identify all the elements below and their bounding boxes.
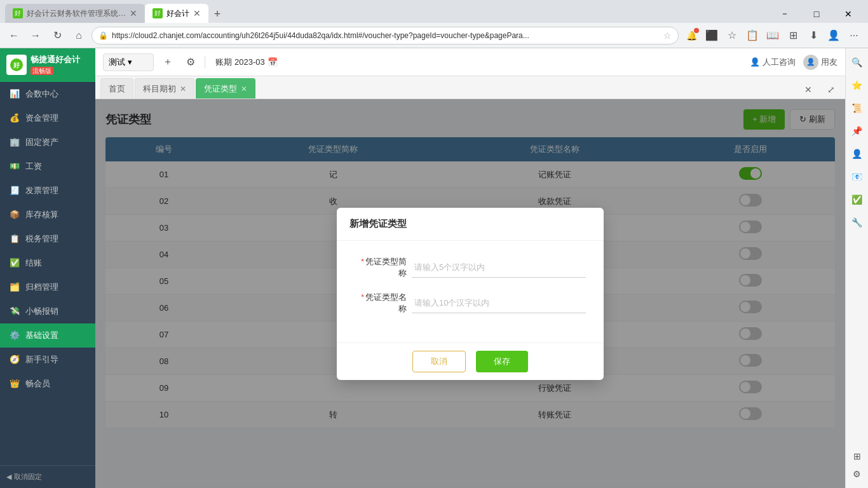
browser-actions: 🔔 ⬛ ☆ 📋 📖 ⊞ ⬇ 👤 ··· [682,27,863,44]
sidebar-item-checkout[interactable]: ✅ 结账 [0,251,95,275]
page-content: 凭证类型 + 新增 ↻ 刷新 编号 凭证类型简称 凭证类型名称 是否启用 [95,99,845,488]
right-tools-button[interactable]: 🔧 [848,214,866,231]
right-todo-button[interactable]: ✅ [848,191,866,208]
sidebar-item-label-capital: 资金管理 [25,112,58,124]
tab-subject-label: 科目期初 [143,83,176,95]
browser-tab-2[interactable]: 好 好会计 ✕ [145,4,208,23]
cancel-button[interactable]: 取消 [412,351,466,372]
name-label: 凭证类型名称 [355,292,412,315]
minimize-button[interactable]: － [770,5,799,23]
right-search-button[interactable]: 🔍 [848,53,866,71]
save-button[interactable]: 保存 [476,351,528,372]
right-history-button[interactable]: 📜 [848,99,866,117]
user-avatar: 👤 [803,55,818,70]
sidebar-item-expense[interactable]: 💸 小畅报销 [0,299,95,323]
sidebar-item-inventory[interactable]: 📦 库存核算 [0,203,95,227]
cancel-pin-button[interactable]: ◀ 取消固定 [6,472,89,482]
right-grid-button[interactable]: ⊞ [848,447,866,465]
sidebar-item-new-guide[interactable]: 🧭 新手引导 [0,348,95,372]
toolbar-divider-1 [205,56,205,69]
add-workspace-button[interactable]: ＋ [159,53,177,71]
reading-button[interactable]: ⊞ [784,27,802,44]
support-button[interactable]: 👤 人工咨询 [750,57,796,68]
basic-settings-icon: ⚙️ [9,330,20,341]
home-button[interactable]: ⌂ [70,27,88,44]
extensions-button[interactable]: 🔔 [682,27,700,44]
profile-button[interactable]: 👤 [825,27,843,44]
sidebar-item-fixed-assets[interactable]: 🏢 固定资产 [0,130,95,154]
right-settings-button[interactable]: ⚙ [848,465,866,483]
sidebar-item-invoice[interactable]: 🧾 发票管理 [0,179,95,203]
tab2-close[interactable]: ✕ [193,9,201,18]
sidebar-item-archive[interactable]: 🗂️ 归档管理 [0,275,95,299]
sidebar-item-tax[interactable]: 📋 税务管理 [0,227,95,251]
tab-voucher-type[interactable]: 凭证类型 ✕ [196,78,255,98]
tab-home-label: 首页 [109,83,125,95]
tab-voucher-type-close[interactable]: ✕ [241,85,247,93]
sidebar-item-label-fixed-assets: 固定资产 [25,137,58,148]
browser-chrome: 好 好会计云财务软件管理系统_会计 ✕ 好 好会计 ✕ + － □ ✕ ← → … [0,0,868,48]
sidebar-item-dashboard[interactable]: 📊 会数中心 [0,82,95,106]
dialog-overlay: 新增凭证类型 凭证类型简称 凭证类型名称 取消 [95,99,845,488]
downloads-button[interactable]: ⬇ [804,27,822,44]
browser-tab-1[interactable]: 好 好会计云财务软件管理系统_会计 ✕ [5,4,145,23]
tab-fullscreen-button[interactable]: ⤢ [822,81,840,98]
right-outlook-button[interactable]: 📧 [848,168,866,186]
tab1-title: 好会计云财务软件管理系统_会计 [27,8,126,19]
forward-button[interactable]: → [27,27,44,44]
sidebar-item-label-invoice: 发票管理 [25,185,58,196]
short-input[interactable] [412,257,586,278]
tab1-favicon: 好 [13,8,23,18]
right-profile-button[interactable]: 👤 [848,145,866,163]
tab1-close[interactable]: ✕ [130,9,137,18]
support-label: 人工咨询 [763,57,796,68]
workspace-selector[interactable]: 测试 ▾ [103,53,154,71]
form-row-short: 凭证类型简称 [355,256,586,279]
right-favorites-button[interactable]: ⭐ [848,76,866,94]
maximize-button[interactable]: □ [802,5,831,23]
star-icon[interactable]: ☆ [663,30,672,41]
tax-icon: 📋 [9,233,20,245]
sidebar-item-label-new-guide: 新手引导 [25,354,58,365]
form-row-name: 凭证类型名称 [355,292,586,315]
capital-icon: 💰 [9,112,20,124]
collections-button[interactable]: 📋 [743,27,761,44]
inventory-icon: 📦 [9,209,20,220]
right-panel-bottom: ⊞ ⚙ [848,447,866,483]
dialog-title: 新增凭证类型 [349,218,407,230]
settings-button[interactable]: ⚙ [182,53,200,71]
fixed-assets-icon: 🏢 [9,137,20,148]
calendar-icon[interactable]: 📅 [268,57,278,67]
dialog-footer: 取消 保存 [337,342,604,380]
expense-icon: 💸 [9,306,20,317]
reload-button[interactable]: ↻ [48,27,66,44]
back-button[interactable]: ← [5,27,23,44]
more-button[interactable]: ··· [845,27,863,44]
period-value: 2023-03 [234,57,265,67]
logo-text-group: 畅捷通好会计 流畅版 [31,55,80,76]
url-text: https://cloud2.chanjet.com/accounting/uh… [112,31,660,40]
right-collections-button[interactable]: 📌 [848,122,866,140]
sidebar-item-label-payroll: 工资 [25,161,42,172]
tab-subject-close[interactable]: ✕ [180,85,186,93]
name-input[interactable] [412,293,586,313]
url-bar[interactable]: 🔒 https://cloud2.chanjet.com/accounting/… [92,27,679,44]
favs-button[interactable]: ☆ [723,27,741,44]
sidebar-item-basic-settings[interactable]: ⚙️ 基础设置 [0,323,95,348]
addon-button[interactable]: ⬛ [703,27,721,44]
immersive-button[interactable]: 📖 [764,27,782,44]
sidebar-item-payroll[interactable]: 💵 工资 [0,154,95,179]
dropdown-icon: ▾ [128,57,132,67]
sidebar-item-capital[interactable]: 💰 资金管理 [0,106,95,130]
tab-subject[interactable]: 科目期初 ✕ [135,78,194,98]
tab-home[interactable]: 首页 [100,78,133,98]
new-guide-icon: 🧭 [9,354,20,365]
user-info[interactable]: 👤 用友 [803,55,837,70]
tab-close-button[interactable]: ✕ [799,81,817,98]
sidebar-logo[interactable]: 好 畅捷通好会计 流畅版 [0,48,95,82]
new-tab-button[interactable]: + [208,5,226,23]
close-button[interactable]: ✕ [834,5,863,23]
sidebar-item-membership[interactable]: 👑 畅会员 [0,372,95,396]
period-info: 账期 2023-03 📅 [215,57,278,68]
svg-text:好: 好 [13,62,20,69]
